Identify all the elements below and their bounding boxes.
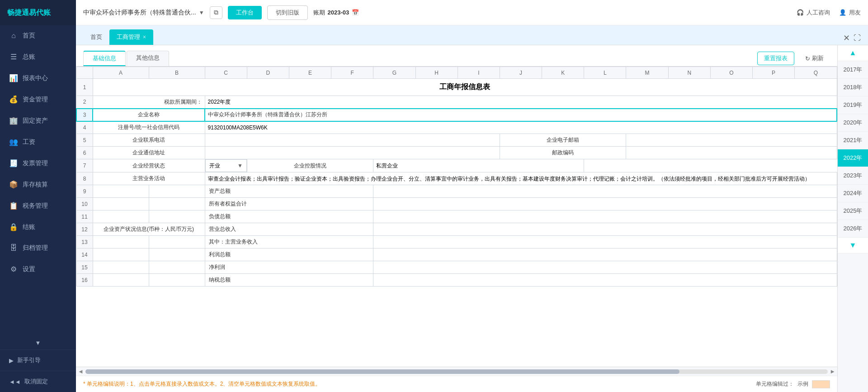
total-assets-value[interactable] [373, 185, 837, 198]
old-version-button[interactable]: 切到旧版 [267, 5, 308, 20]
sidebar-item-settings[interactable]: ⚙ 设置 [0, 258, 76, 280]
year-panel-up[interactable]: ▲ [838, 45, 868, 61]
email-value[interactable] [626, 134, 837, 147]
assets-info-a-13 [93, 236, 149, 249]
subtab-other-label: 其他信息 [136, 54, 160, 61]
year-2024[interactable]: 2024年 [838, 185, 868, 202]
guide-label: 新手引导 [17, 356, 41, 364]
phone-value[interactable] [205, 134, 500, 147]
reset-report-button[interactable]: 重置报表 [757, 52, 794, 65]
table-row: 9 资产总额 [76, 185, 837, 198]
h-scrollbar-thumb[interactable] [85, 369, 679, 374]
window-close-button[interactable]: ✕ [843, 33, 850, 43]
year-2023[interactable]: 2023年 [838, 167, 868, 185]
year-2019[interactable]: 2019年 [838, 96, 868, 114]
sidebar-unpin[interactable]: ◄◄ 取消固定 [0, 371, 76, 392]
year-panel-down[interactable]: ▼ [838, 238, 868, 253]
close-accounts-icon: 🔒 [9, 223, 18, 231]
sidebar-item-close[interactable]: 🔒 结账 [0, 216, 76, 238]
main-revenue-value[interactable] [373, 236, 837, 249]
sidebar-item-tax[interactable]: 📋 税务管理 [0, 195, 76, 216]
sidebar-label-inventory: 库存核算 [23, 181, 48, 189]
year-2018[interactable]: 2018年 [838, 79, 868, 96]
table-row: 3 企业名称 中审众环会计师事务所（特殊普通合伙）江苏分所 [76, 109, 837, 121]
period-value-cell[interactable]: 2022年度 [205, 96, 837, 109]
main-biz-value[interactable]: 审查企业会计报表；出具审计报告；验证企业资本；出具验资报告；办理企业合开、分立、… [205, 172, 837, 185]
refresh-button[interactable]: ↻ 刷新 [799, 52, 830, 65]
col-header-g: G [373, 67, 415, 79]
table-row: 7 企业经营状态 开业▼ 企业控股情况 私营企业 [76, 159, 837, 172]
table-row: 10 所有者权益合计 [76, 198, 837, 210]
topbar-right: 🎧 人工咨询 👤 用友 [797, 9, 861, 17]
address-value[interactable] [205, 147, 500, 159]
total-tax-value[interactable] [373, 274, 837, 287]
table-row: 14 利润总额 [76, 249, 837, 261]
sidebar-scroll-down[interactable]: ▼ [0, 336, 76, 349]
reg-code-value[interactable]: 91320100MA208E5W6K [205, 121, 837, 134]
tab-close-icon[interactable]: × [143, 34, 146, 40]
row-num-8: 8 [76, 172, 93, 185]
settings-icon: ⚙ [9, 265, 18, 273]
table-row: 8 主营业务活动 审查企业会计报表；出具审计报告；验证企业资本；出具验资报告；办… [76, 172, 837, 185]
sidebar-item-assets[interactable]: 🏢 固定资产 [0, 110, 76, 131]
h-scrollbar[interactable]: ◄ ► [76, 367, 837, 376]
year-2026[interactable]: 2026年 [838, 220, 868, 238]
postcode-value[interactable] [626, 147, 837, 159]
sidebar-label-invoices: 发票管理 [23, 159, 48, 167]
tab-home[interactable]: 首页 [83, 29, 109, 45]
user-menu[interactable]: 👤 用友 [839, 9, 861, 17]
address-label: 企业通信地址 [93, 147, 205, 159]
assets-info-b-15 [149, 261, 205, 274]
company-selector[interactable]: 中审众环会计师事务所（特殊普通合伙... ▼ [83, 9, 204, 17]
sidebar-item-invoices[interactable]: 🧾 发票管理 [0, 153, 76, 174]
app-logo: 畅捷通易代账 [7, 8, 51, 18]
sidebar-item-wages[interactable]: 👥 工资 [0, 131, 76, 153]
sidebar-item-funds[interactable]: 💰 资金管理 [0, 89, 76, 110]
sidebar-label-home: 首页 [23, 32, 35, 40]
sidebar-item-home[interactable]: ⌂ 首页 [0, 25, 76, 46]
scroll-right-arrow[interactable]: ► [830, 368, 835, 375]
year-2025[interactable]: 2025年 [838, 202, 868, 220]
liability-value[interactable] [373, 210, 837, 223]
year-2017[interactable]: 2017年 [838, 61, 868, 79]
total-tax-label: 纳税总额 [205, 274, 373, 287]
assets-info-a-10 [93, 198, 149, 210]
year-2022[interactable]: 2022年 [838, 149, 868, 167]
ownership-value[interactable]: 私营企业 [373, 159, 584, 172]
year-2021[interactable]: 2021年 [838, 132, 868, 149]
tab-business[interactable]: 工商管理 × [109, 29, 153, 45]
sidebar-item-archive[interactable]: 🗄 归档管理 [0, 238, 76, 258]
workbench-button[interactable]: 工作台 [228, 6, 262, 19]
subtab-basic-info[interactable]: 基础信息 [83, 51, 126, 66]
assets-info-b-14 [149, 249, 205, 261]
sidebar-item-inventory[interactable]: 📦 库存核算 [0, 174, 76, 195]
tab-home-label: 首页 [90, 33, 102, 41]
sidebar-item-reports[interactable]: 📊 报表中心 [0, 67, 76, 89]
row-num-12: 12 [76, 223, 93, 236]
company-name-value-cell[interactable]: 中审众环会计师事务所（特殊普通合伙）江苏分所 [205, 109, 837, 121]
biz-status-value[interactable]: 开业▼ [205, 159, 247, 172]
copy-company-button[interactable]: ⧉ [210, 6, 222, 19]
net-profit-value[interactable] [373, 261, 837, 274]
total-revenue-value[interactable] [373, 223, 837, 236]
subtab-other-info[interactable]: 其他信息 [127, 51, 169, 66]
assets-info-b-11 [149, 210, 205, 223]
sidebar-new-guide[interactable]: ▶ 新手引导 [0, 349, 76, 371]
row-num-9: 9 [76, 185, 93, 198]
equity-value[interactable] [373, 198, 837, 210]
window-expand-button[interactable]: ⛶ [854, 34, 861, 42]
consult-button[interactable]: 🎧 人工咨询 [797, 9, 830, 17]
pin-icon: ◄◄ [9, 378, 21, 385]
total-profit-value[interactable] [373, 249, 837, 261]
scroll-left-arrow[interactable]: ◄ [78, 368, 84, 375]
col-header-f: F [331, 67, 373, 79]
calendar-icon[interactable]: 📅 [352, 9, 359, 16]
h-scrollbar-track[interactable] [85, 369, 828, 374]
table-row: 1 工商年报信息表 [76, 79, 837, 96]
corner-header [76, 67, 93, 79]
sample-color-swatch [812, 380, 830, 388]
col-header-i: I [458, 67, 500, 79]
year-2020[interactable]: 2020年 [838, 114, 868, 132]
sidebar-item-ledger[interactable]: ☰ 总账 [0, 46, 76, 67]
spreadsheet-container[interactable]: A B C D E F G H I J K L M [76, 66, 837, 367]
